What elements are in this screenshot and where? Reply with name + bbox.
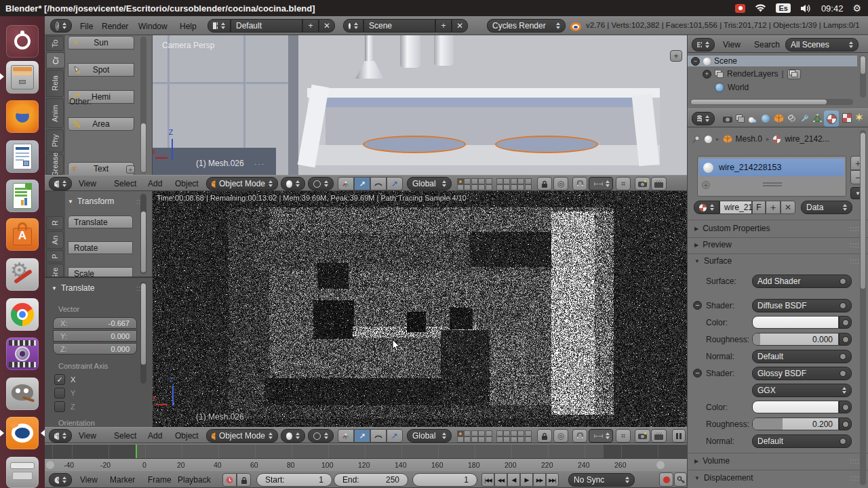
launcher-icon-blender[interactable]	[6, 417, 39, 449]
editor-type-3dview-button[interactable]	[49, 177, 72, 190]
scene-name[interactable]: Scene	[363, 19, 435, 33]
color2-swatch[interactable]	[752, 401, 839, 413]
launcher-icon-software-center[interactable]: A	[6, 218, 39, 251]
tab-physics-2[interactable]: P	[46, 250, 64, 262]
tab-texture[interactable]	[842, 113, 852, 125]
breadcrumb-object[interactable]: Mesh.0	[736, 134, 762, 144]
tab-material-active[interactable]	[824, 110, 839, 127]
vp-menu-add[interactable]: Add	[148, 176, 162, 192]
vp2-menu-add[interactable]: Add	[148, 428, 162, 444]
tab-relations[interactable]: Rela	[46, 70, 64, 97]
pivot-select[interactable]	[308, 177, 334, 190]
transform-orientation-select-2[interactable]: Global	[407, 429, 452, 443]
launcher-icon-dash[interactable]	[6, 25, 39, 58]
render-engine-select[interactable]: Cycles Render	[487, 19, 566, 33]
play-button[interactable]: ▶	[520, 473, 533, 487]
snap-target-button[interactable]: ⌗	[616, 177, 631, 190]
wifi-icon[interactable]	[755, 4, 766, 13]
current-frame-field[interactable]: 1	[412, 473, 477, 487]
layers-grid-1[interactable]	[457, 178, 492, 189]
use-preview-range-toggle[interactable]	[222, 473, 237, 487]
snap-target-button-2[interactable]: ⌗	[616, 429, 631, 443]
launcher-icon-system-settings[interactable]: ⚙	[6, 258, 39, 291]
renderlayer-toggle-button[interactable]	[787, 69, 801, 79]
toolshelf-bottom-scrollbar[interactable]	[140, 194, 146, 274]
outliner-menu-search[interactable]: Search	[754, 37, 780, 53]
lock-to-scene-toggle[interactable]	[537, 177, 552, 190]
jump-to-start-button[interactable]: |◀◀	[481, 473, 494, 487]
constraint-z-checkbox[interactable]	[54, 401, 65, 412]
pin-icon[interactable]	[692, 135, 701, 144]
play-reverse-button[interactable]: ◀	[507, 473, 520, 487]
keying-set-button[interactable]	[674, 472, 687, 487]
launcher-icon-video-editor[interactable]	[6, 338, 39, 370]
frame-end-field[interactable]: End:250	[334, 473, 408, 487]
menu-help[interactable]: Help	[180, 18, 197, 35]
timeline-ruler[interactable]: -40 -20 0 20 40 60 80 100 120 140 160 18…	[45, 458, 687, 470]
color1-swatch[interactable]	[752, 316, 839, 329]
layers-grid-2[interactable]	[496, 178, 532, 189]
color1-socket-button[interactable]	[839, 316, 852, 329]
panel-grip[interactable]: ::::	[850, 241, 860, 249]
manipulator-scale-toggle[interactable]: ↗	[387, 177, 403, 190]
manipulator-translate-toggle-2[interactable]: ↗	[354, 429, 370, 443]
collapse-icon[interactable]: −	[691, 57, 700, 66]
manipulator-rotate-toggle-2[interactable]	[370, 429, 387, 443]
render-opengl-button[interactable]	[635, 177, 650, 190]
timeline-track[interactable]	[45, 445, 687, 458]
launcher-icon-chrome[interactable]	[6, 298, 39, 331]
tab-scene[interactable]	[749, 113, 756, 125]
roughness2-slider[interactable]: 0.200	[752, 418, 839, 430]
vp-menu-select[interactable]: Select	[114, 176, 136, 192]
vp2-menu-select[interactable]: Select	[114, 428, 136, 444]
pivot-select-2[interactable]	[308, 429, 334, 443]
tl-menu-view[interactable]: View	[80, 472, 98, 488]
volume-panel-header[interactable]: ▶Volume::::	[694, 456, 860, 466]
frame-start-field[interactable]: Start:1	[256, 473, 332, 487]
translate-y-field[interactable]: Y:0.000	[53, 330, 137, 342]
clock[interactable]: 09:42	[821, 3, 844, 14]
tab-render[interactable]	[723, 113, 733, 125]
lock-frame-range-toggle[interactable]	[237, 473, 251, 487]
translate-panel-header[interactable]: ▼Translate ::::	[52, 283, 146, 293]
collapse-shader1-icon[interactable]: −	[693, 301, 702, 310]
transform-orientation-select[interactable]: Global	[407, 177, 452, 190]
snap-element-select-2[interactable]: ⊢⊣	[589, 429, 613, 443]
transform-panel-header[interactable]: ▼ Transform ::::	[68, 197, 146, 206]
vp2-menu-view[interactable]: View	[79, 428, 96, 444]
manipulator-scale-toggle-2[interactable]: ↗	[387, 429, 403, 443]
add-spot-button[interactable]: Spot	[68, 63, 134, 77]
tab-physics[interactable]: Phy	[46, 129, 64, 152]
outliner-vscrollbar[interactable]	[860, 56, 866, 98]
menu-window[interactable]: Window	[138, 18, 167, 35]
browse-material-button[interactable]	[694, 201, 719, 214]
mode-select-2[interactable]: Object Mode	[206, 429, 278, 443]
sync-select[interactable]: No Sync	[568, 473, 635, 487]
delete-layout-button[interactable]: ✕	[319, 19, 335, 33]
launcher-icon-libreoffice-writer[interactable]	[6, 140, 39, 173]
shader1-select[interactable]: Diffuse BSDF	[752, 299, 852, 312]
render-pause-button[interactable]	[672, 429, 686, 443]
displacement-panel-header[interactable]: ▼Displacement::::	[694, 473, 860, 483]
tl-menu-marker[interactable]: Marker	[110, 472, 135, 488]
tab-create[interactable]: Cr	[46, 52, 65, 68]
screen-layout-name[interactable]: Default	[231, 19, 302, 33]
viewport-camera[interactable]: Camera Persp Z x (1) Mesh.026 · · · +	[153, 35, 687, 175]
timeline-scrollbar-right-cap[interactable]	[656, 461, 665, 469]
panel-grip[interactable]: ::::	[850, 258, 860, 265]
outliner-row-renderlayers[interactable]: + RenderLayers |	[703, 68, 801, 79]
launcher-icon-trash[interactable]	[6, 457, 39, 488]
tab-tools[interactable]: To	[46, 36, 64, 51]
panel-grip[interactable]: ::::	[850, 474, 860, 482]
breadcrumb-object-icon[interactable]	[724, 135, 732, 143]
tab-grease-pencil[interactable]: Grease	[46, 154, 64, 175]
editor-type-3dview-button-2[interactable]	[49, 429, 72, 443]
tab-animation-2[interactable]: An	[46, 231, 64, 249]
operator-panel-scrollbar[interactable]	[140, 282, 146, 384]
proportional-edit-toggle[interactable]: ◎	[553, 177, 568, 190]
translate-x-field[interactable]: X:-0.667	[53, 317, 137, 329]
outliner-menu-view[interactable]: View	[723, 37, 741, 53]
volume-icon[interactable]	[800, 4, 812, 13]
add-scene-button[interactable]: +	[435, 19, 452, 33]
surface-shader-select[interactable]: Add Shader	[752, 274, 852, 288]
